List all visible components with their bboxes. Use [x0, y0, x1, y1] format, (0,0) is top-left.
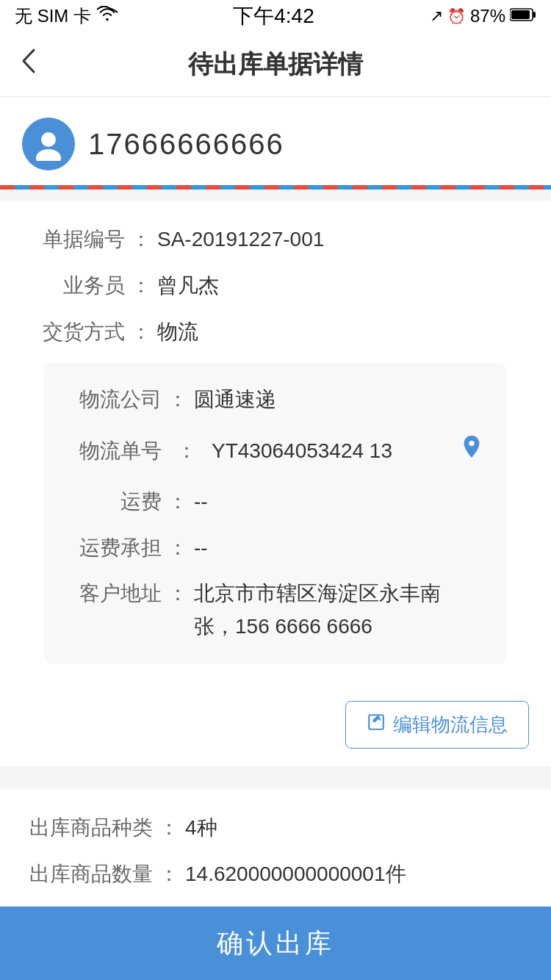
freight-row: 运费 ： --: [66, 486, 485, 519]
logistics-tracking-label: 物流单号: [66, 435, 162, 468]
goods-type-row: 出库商品种类 ： 4种: [29, 812, 522, 845]
page-title: 待出库单据详情: [188, 48, 363, 82]
section-separator: [0, 766, 551, 778]
sales-rep-row: 业务员 ： 曾凡杰: [29, 270, 522, 303]
freight-bearer-value: --: [194, 532, 485, 565]
back-button[interactable]: [21, 47, 37, 82]
svg-rect-1: [533, 12, 536, 18]
customer-header: 17666666666: [0, 97, 551, 185]
delivery-method-row: 交货方式 ： 物流: [29, 316, 522, 349]
confirm-label: 确认出库: [217, 926, 334, 962]
doc-number-label: 单据编号: [29, 223, 125, 256]
svg-rect-2: [511, 10, 530, 19]
carrier-label: 无 SIM 卡: [15, 4, 91, 28]
freight-value: --: [194, 486, 485, 519]
logistics-tracking-value: YT43064053424 13: [212, 435, 450, 468]
address-label: 客户地址: [66, 577, 162, 610]
address-row: 客户地址 ： 北京市市辖区海淀区永丰南 张，156 6666 6666: [66, 577, 485, 644]
order-info-section: 单据编号 ： SA-20191227-001 业务员 ： 曾凡杰 交货方式 ： …: [0, 201, 551, 686]
sales-rep-value: 曾凡杰: [157, 270, 522, 303]
edit-icon: [367, 713, 386, 737]
svg-point-3: [41, 132, 56, 147]
status-right: ↗ ⏰ 87%: [430, 6, 536, 26]
freight-label: 运费: [66, 486, 162, 519]
sales-rep-label: 业务员: [29, 270, 125, 303]
avatar: [22, 118, 75, 170]
goods-type-value: 4种: [185, 812, 522, 845]
logistics-card: 物流公司 ： 圆通速递 物流单号 ： YT43064053424 13 运费 ：…: [44, 363, 507, 664]
alarm-icon: ⏰: [447, 7, 466, 25]
confirm-button[interactable]: 确认出库: [0, 907, 551, 980]
customer-phone: 17666666666: [88, 128, 284, 161]
logistics-tracking-row: 物流单号 ： YT43064053424 13: [66, 430, 485, 472]
edit-logistics-button[interactable]: 编辑物流信息: [345, 701, 529, 749]
battery-label: 87%: [470, 6, 505, 26]
logistics-company-row: 物流公司 ： 圆通速递: [66, 383, 485, 417]
logistics-company-label: 物流公司: [66, 383, 162, 417]
location-icon: ↗: [430, 7, 443, 26]
wifi-icon: [97, 6, 118, 26]
goods-type-label: 出库商品种类: [29, 812, 153, 845]
status-left: 无 SIM 卡: [15, 4, 118, 28]
delivery-method-value: 物流: [157, 316, 522, 349]
dashed-divider: [0, 185, 551, 190]
goods-quantity-row: 出库商品数量 ： 14.620000000000001件: [29, 858, 522, 891]
status-bar: 无 SIM 卡 下午4:42 ↗ ⏰ 87%: [0, 0, 551, 32]
battery-icon: [510, 6, 536, 26]
address-value: 北京市市辖区海淀区永丰南 张，156 6666 6666: [194, 577, 485, 644]
freight-bearer-row: 运费承担 ： --: [66, 532, 485, 565]
goods-quantity-value: 14.620000000000001件: [185, 858, 522, 891]
doc-number-value: SA-20191227-001: [157, 223, 522, 256]
edit-logistics-container: 编辑物流信息: [0, 686, 551, 766]
svg-point-4: [36, 149, 61, 161]
nav-bar: 待出库单据详情: [0, 32, 551, 97]
freight-bearer-label: 运费承担: [66, 532, 162, 565]
logistics-company-value: 圆通速递: [194, 383, 485, 417]
status-time: 下午4:42: [233, 2, 314, 30]
goods-quantity-label: 出库商品数量: [29, 858, 153, 891]
goods-section: 出库商品种类 ： 4种 出库商品数量 ： 14.620000000000001件: [0, 790, 551, 906]
delivery-method-label: 交货方式: [29, 316, 125, 349]
map-location-icon[interactable]: [458, 430, 485, 472]
edit-logistics-label: 编辑物流信息: [393, 712, 508, 738]
doc-number-row: 单据编号 ： SA-20191227-001: [29, 223, 522, 256]
